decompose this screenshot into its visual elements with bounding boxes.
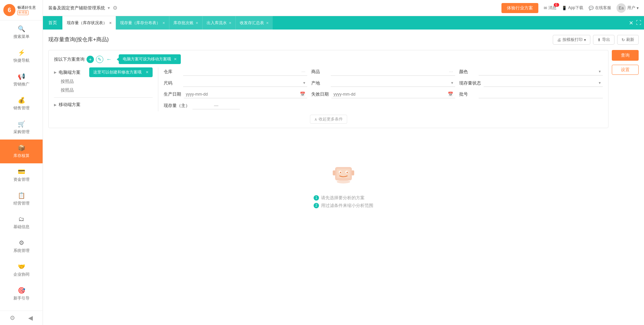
- refresh-btn[interactable]: ↻ 刷新: [617, 35, 639, 45]
- sidebar-item-system[interactable]: ⚙ 系统管理: [0, 234, 43, 258]
- prod-date-field[interactable]: [186, 92, 300, 97]
- chevron-color: ▾: [599, 69, 601, 74]
- tooltip-desktop-scheme: 电脑方案可设为移动方案哦 ✕: [119, 54, 181, 64]
- prod-date-input[interactable]: 📅: [184, 90, 307, 98]
- sidebar-item-sales[interactable]: 💰 销售管理: [0, 92, 43, 116]
- dots-goods[interactable]: ···: [449, 69, 453, 74]
- export-icon: ⬆: [597, 38, 601, 42]
- tab-inventory-dist[interactable]: 现存量（库存分布表） ✕: [116, 16, 169, 30]
- main-area: 装备及固定资产辅助管理系统 ▾ ⚙ 体验行业方案 ✉ 消息 6 📱 App下载 …: [43, 0, 644, 325]
- tab-home[interactable]: 首页: [43, 16, 62, 30]
- tab-fullscreen-icon[interactable]: ⛶: [636, 20, 641, 26]
- tab-close-inventory-dist[interactable]: ✕: [162, 21, 165, 25]
- inventory-icon: 📦: [18, 144, 25, 152]
- tooltip2-close[interactable]: ✕: [146, 70, 149, 74]
- expire-date-field[interactable]: [333, 92, 447, 97]
- svg-rect-6: [333, 170, 335, 175]
- sidebar: 6 畅通好生意 标准版 🔍 搜索菜单 ⚡ 快捷导航 📢 营销推广 💰 销售管理 …: [0, 0, 43, 325]
- sidebar-item-quick[interactable]: ⚡ 快捷导航: [0, 44, 43, 68]
- color-select[interactable]: ▾: [479, 68, 603, 75]
- sales-icon: 💰: [18, 97, 25, 104]
- sidebar-item-marketing[interactable]: 📢 营销推广: [0, 68, 43, 92]
- tooltip1-close[interactable]: ✕: [174, 57, 177, 61]
- warehouse-select[interactable]: ···: [183, 67, 307, 76]
- scheme-desktop[interactable]: ▶ 电脑端方案: [54, 68, 80, 77]
- filter-cell-batch: 批号: [459, 91, 603, 98]
- filter-label: 按以下方案查询: [54, 56, 85, 62]
- tab-bar: 首页 现存量（库存状况表） ✕ 现存量（库存分布表） ✕ 库存批次账 ✕ 出入库…: [43, 16, 644, 30]
- tab-batch[interactable]: 库存批次账 ✕: [169, 16, 202, 30]
- scheme-desktop-item1[interactable]: 按照品: [54, 77, 153, 86]
- sidebar-item-purchase[interactable]: 🛒 采购管理: [0, 116, 43, 140]
- chevron-origin: ▾: [451, 80, 453, 85]
- refresh-icon: ↻: [622, 38, 625, 42]
- stock-main-min[interactable]: [193, 102, 213, 109]
- print-btn[interactable]: 🖨 按模板打印 ▾: [553, 35, 590, 45]
- collapse-btn[interactable]: ∧ 收起更多条件: [310, 115, 347, 124]
- calendar-prod-icon[interactable]: 📅: [300, 92, 305, 97]
- origin-select[interactable]: ▾: [331, 79, 455, 87]
- header-actions: 体验行业方案 ✉ 消息 6 📱 App下载 💬 在线客服 Ea 用户 ▾: [501, 3, 639, 13]
- filter-area: 按以下方案查询 + ✎ ← 电脑方案可设为移动方案哦 ✕: [48, 50, 608, 128]
- tab-close-batch[interactable]: ✕: [196, 21, 198, 25]
- tab-close-collect[interactable]: ✕: [266, 21, 269, 25]
- stock-main-range[interactable]: —: [193, 102, 240, 109]
- tab-close-inout[interactable]: ✕: [229, 21, 231, 25]
- scheme-tree: ▶ 电脑端方案 这里可以创建和修改方案哦 ✕ 按照品: [54, 67, 158, 111]
- settings-icon[interactable]: ⚙: [10, 314, 15, 322]
- filter-cell-color: 颜色 ▾: [459, 68, 603, 75]
- sidebar-item-operations[interactable]: 📋 经营管理: [0, 187, 43, 211]
- sidebar-item-basic[interactable]: 🗂 基础信息: [0, 211, 43, 234]
- sidebar-item-finance[interactable]: 💳 资金管理: [0, 163, 43, 187]
- goods-select[interactable]: ···: [331, 67, 455, 76]
- tab-close-all-icon[interactable]: ✕: [629, 20, 633, 26]
- system-dropdown-icon[interactable]: ▾: [108, 5, 110, 10]
- size-select[interactable]: ▾: [183, 79, 307, 87]
- tab-collect[interactable]: 收发存汇总表 ✕: [235, 16, 273, 30]
- filter-cell-stock-status: 现存量状态 ▾: [459, 79, 603, 87]
- back-btn[interactable]: ←: [105, 56, 113, 63]
- sidebar-item-guide[interactable]: 🎯 新手引导: [0, 282, 43, 306]
- tab-inventory-status[interactable]: 现存量（库存状况表） ✕: [62, 16, 116, 30]
- filter-fields: 仓库 ··· 商品: [158, 67, 603, 111]
- settings-gear-icon[interactable]: ⚙: [113, 5, 117, 11]
- stock-main-max[interactable]: [220, 102, 240, 109]
- dots-warehouse[interactable]: ···: [302, 69, 306, 74]
- edit-scheme-btn[interactable]: ✎: [96, 56, 103, 63]
- purchase-icon: 🛒: [18, 120, 25, 128]
- chevron-stock-status: ▾: [599, 80, 601, 85]
- message-btn[interactable]: ✉ 消息 6: [544, 5, 556, 11]
- filter-cell-goods: 商品 ···: [311, 67, 455, 76]
- collapse-sidebar-icon[interactable]: ◀: [28, 314, 33, 322]
- tab-inout[interactable]: 出入库流水 ✕: [202, 16, 235, 30]
- tooltip-create-scheme: 这里可以创建和修改方案哦 ✕: [89, 67, 153, 77]
- scheme-desktop-item2[interactable]: 按照品: [54, 86, 153, 95]
- system-icon: ⚙: [19, 239, 24, 247]
- scheme-mobile[interactable]: ▶ 移动端方案: [54, 100, 153, 109]
- user-area[interactable]: Ea 用户 ▾: [616, 3, 639, 13]
- export-btn[interactable]: ⬆ 导出: [593, 35, 614, 45]
- reset-btn[interactable]: 设置: [612, 65, 639, 75]
- sidebar-item-inventory[interactable]: 📦 库存核算: [0, 140, 43, 163]
- print-dropdown-icon: ▾: [584, 38, 586, 42]
- tab-close-inventory-status[interactable]: ✕: [109, 21, 112, 25]
- sidebar-nav: 🔍 搜索菜单 ⚡ 快捷导航 📢 营销推广 💰 销售管理 🛒 采购管理 📦 库存核…: [0, 20, 43, 311]
- search-btn[interactable]: 查询: [612, 50, 639, 61]
- sidebar-item-search[interactable]: 🔍 搜索菜单: [0, 20, 43, 44]
- content-area: 现存量查询(按仓库+商品) 🖨 按模板打印 ▾ ⬆ 导出 ↻ 刷新: [43, 30, 644, 325]
- add-scheme-btn[interactable]: +: [87, 56, 94, 63]
- system-select[interactable]: 装备及固定资产辅助管理系统 ▾ ⚙: [48, 5, 117, 11]
- stock-status-select[interactable]: ▾: [484, 79, 603, 87]
- trial-btn[interactable]: 体验行业方案: [501, 3, 538, 13]
- batch-input[interactable]: [479, 91, 603, 98]
- search-icon: 🔍: [18, 25, 25, 33]
- user-dropdown-icon: ▾: [637, 6, 639, 10]
- calendar-expire-icon[interactable]: 📅: [448, 92, 453, 97]
- app-download-btn[interactable]: 📱 App下载: [562, 5, 583, 11]
- empty-tip-1: 1 请先选择要分析的方案: [314, 194, 373, 202]
- empty-state: 1 请先选择要分析的方案 2 用过滤条件来缩小分析范围: [48, 133, 639, 236]
- marketing-icon: 📢: [18, 73, 25, 80]
- expire-date-input[interactable]: 📅: [331, 90, 455, 98]
- online-service-btn[interactable]: 💬 在线客服: [589, 5, 611, 11]
- sidebar-item-enterprise[interactable]: 🤝 企业协同: [0, 258, 43, 282]
